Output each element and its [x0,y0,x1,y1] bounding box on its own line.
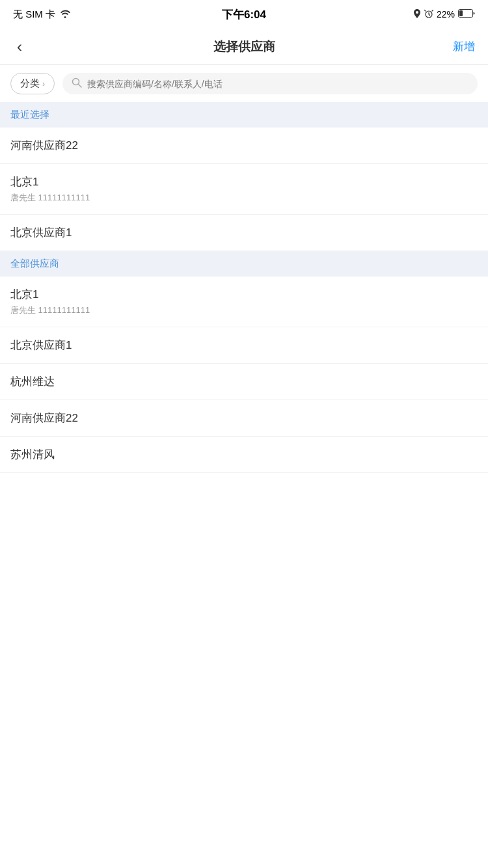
status-bar-right: 22% [413,9,475,20]
item-name: 苏州清风 [10,447,478,462]
recent-list-item[interactable]: 北京1唐先生 11111111111 [0,164,488,215]
all-list-item[interactable]: 北京供应商1 [0,327,488,364]
all-list-item[interactable]: 杭州维达 [0,364,488,400]
location-icon [413,9,421,20]
recent-section-label: 最近选择 [10,109,49,120]
recent-list-item[interactable]: 河南供应商22 [0,128,488,164]
recent-items-list: 河南供应商22北京1唐先生 11111111111北京供应商1 [0,128,488,251]
status-bar-left: 无 SIM 卡 [13,8,71,21]
category-label: 分类 [20,77,40,90]
item-name: 北京1 [10,174,478,189]
page-title: 选择供应商 [213,38,275,55]
wifi-icon [59,9,71,20]
all-section-label: 全部供应商 [10,258,59,269]
item-name: 北京供应商1 [10,225,478,240]
svg-rect-2 [459,10,463,16]
item-sub: 唐先生 11111111111 [10,192,478,204]
item-sub: 唐先生 11111111111 [10,305,478,316]
item-name: 北京1 [10,287,478,302]
carrier-text: 无 SIM 卡 [13,8,55,21]
item-name: 河南供应商22 [10,411,478,426]
battery-icon [458,9,475,20]
all-list-item[interactable]: 北京1唐先生 11111111111 [0,277,488,327]
filter-row: 分类 › [0,65,488,102]
svg-line-4 [79,85,82,88]
item-name: 河南供应商22 [10,138,478,153]
search-box[interactable] [62,73,478,94]
back-button[interactable]: ‹ [13,35,26,59]
recent-section-header: 最近选择 [0,102,488,128]
status-bar-time: 下午6:04 [222,7,266,22]
category-button[interactable]: 分类 › [10,73,55,94]
item-name: 北京供应商1 [10,338,478,353]
item-name: 杭州维达 [10,374,478,389]
all-list-item[interactable]: 河南供应商22 [0,400,488,437]
chevron-right-icon: › [42,79,45,88]
recent-list-item[interactable]: 北京供应商1 [0,215,488,251]
status-bar: 无 SIM 卡 下午6:04 22% [0,0,488,29]
all-list-item[interactable]: 苏州清风 [0,437,488,473]
new-action-button[interactable]: 新增 [453,39,475,54]
search-input[interactable] [87,79,468,89]
all-items-list: 北京1唐先生 11111111111北京供应商1杭州维达河南供应商22苏州清风 [0,277,488,473]
nav-bar: ‹ 选择供应商 新增 [0,29,488,65]
alarm-icon [424,9,433,20]
search-icon [72,77,82,90]
all-section-header: 全部供应商 [0,251,488,277]
battery-text: 22% [437,9,455,20]
